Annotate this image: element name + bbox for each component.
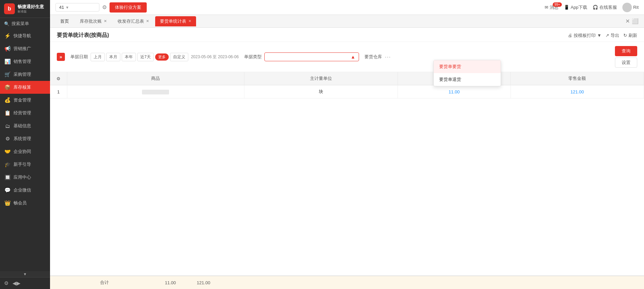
col-retail-amount: 零售金额 [510,72,644,85]
sidebar: b 畅捷通好生意 标准版 🔍 搜索菜单 ⚡ 快捷导航 📢 营销推广 📊 销售管理… [0,0,50,289]
close-all-tabs-icon[interactable]: ✕ [625,18,630,24]
type-filter-select[interactable]: ▲ [264,52,359,61]
date-range-text: 2023-05-06 至 2023-06-06 [191,54,239,60]
collapse-sidebar-icon[interactable]: ◀▶ [13,280,21,286]
sidebar-item-member[interactable]: 👑 畅会员 [0,197,50,209]
table-area: ⚙ 商品 主计量单位 主数量 零售金额 1 块 [50,72,644,275]
inventory-icon: 📦 [4,84,11,90]
sidebar-item-quick-nav[interactable]: ⚡ 快捷导航 [0,29,50,42]
close-inventory-batch-icon[interactable]: ✕ [104,19,107,23]
dropdown-item-order-goods[interactable]: 要货单要货 [434,60,501,73]
date-btn-last-month[interactable]: 上月 [91,53,105,61]
query-set-group: 查询 设置 [615,46,637,68]
user-avatar [622,3,632,12]
print-icon: 🖨 [568,33,572,38]
date-filter-group: 单据日期 上月 本月 本年 近7天 更多 自定义 2023-05-06 至 20… [70,53,239,61]
tab-home[interactable]: 首页 [55,16,74,26]
product-name-placeholder [142,90,169,94]
sidebar-item-guide[interactable]: 🎓 新手引导 [0,158,50,171]
app-download-item[interactable]: 📱 App下载 [564,4,587,10]
tab-order-summary[interactable]: 要货单统计表 ✕ [155,16,196,26]
quick-nav-icon: ⚡ [4,33,11,39]
company-selector[interactable]: 41 ▼ [55,3,99,12]
topbar-settings-icon[interactable]: ⚙ [102,4,107,10]
cell-index: 1 [50,85,67,98]
sidebar-item-operations[interactable]: 📋 经营管理 [0,107,50,119]
print-action[interactable]: 🖨 按模板打印 ▼ [568,32,601,39]
settings-bottom-icon[interactable]: ⚙ [4,280,8,286]
logo-text: 畅捷通好生意 标准版 [18,4,44,14]
cell-main-qty[interactable]: 11.00 [398,85,510,98]
sidebar-item-basic-info[interactable]: 🗂 基础信息 [0,119,50,132]
sidebar-item-system[interactable]: ⚙ 系统管理 [0,132,50,145]
user-avatar-item[interactable]: Rit [622,3,639,12]
main-area: 41 ▼ ⚙ 体验行业方案 ✉ 消息 99+ 📱 App下载 🎧 在线客服 R [50,0,644,289]
query-button[interactable]: 查询 [615,46,637,56]
cell-product [67,85,244,98]
sidebar-item-finance[interactable]: 💰 资金管理 [0,94,50,107]
sidebar-bottom-icons: ⚙ ◀▶ [4,280,21,286]
date-btn-last-7days[interactable]: 近7天 [137,53,154,61]
sidebar-item-sales[interactable]: 📊 销售管理 [0,55,50,68]
date-filter-label: 单据日期 [70,54,88,60]
sidebar-scroll-down[interactable]: ▼ [0,271,50,277]
messages-item[interactable]: ✉ 消息 99+ [545,4,558,10]
filter-toggle-btn[interactable]: » [57,53,65,61]
filter-bar: » 单据日期 上月 本月 本年 近7天 更多 自定义 2023-05-06 至 … [50,42,644,72]
date-btn-this-year[interactable]: 本年 [122,53,136,61]
online-service-item[interactable]: 🎧 在线客服 [593,4,617,10]
sidebar-item-enterprise[interactable]: 🤝 企业协同 [0,145,50,158]
table-footer: 合计 11.00 121.00 [50,275,644,289]
export-icon: ↗ [605,33,609,38]
col-unit: 主计量单位 [244,72,398,85]
sidebar-item-marketing[interactable]: 📢 营销推广 [0,42,50,55]
type-filter-group: 单据类型 ▲ 要货单要货 要货单退货 [244,52,359,61]
sidebar-item-inventory[interactable]: 📦 库存核算 [0,81,50,94]
date-btn-more[interactable]: 更多 [155,53,169,61]
tab-actions: ✕ ⬜ [625,18,639,24]
guide-icon: 🎓 [4,161,11,168]
cell-retail-amount[interactable]: 121.00 [510,85,644,98]
tabbar: 首页 库存批次账 ✕ 收发存汇总表 ✕ 要货单统计表 ✕ ✕ ⬜ [50,15,644,28]
wechat-icon: 💬 [4,187,11,193]
sales-icon: 📊 [4,59,11,65]
member-icon: 👑 [4,200,11,206]
headset-icon: 🎧 [593,5,598,10]
trial-button[interactable]: 体验行业方案 [110,2,147,13]
maximize-icon[interactable]: ⬜ [632,18,639,24]
tab-inventory-batch[interactable]: 库存批次账 ✕ [75,16,112,26]
page-title: 要货单统计表(按商品) [57,32,109,39]
topbar-right: ✉ 消息 99+ 📱 App下载 🎧 在线客服 Rit [545,3,639,12]
table-header-row: ⚙ 商品 主计量单位 主数量 零售金额 [50,72,644,85]
page-header: 要货单统计表(按商品) 🖨 按模板打印 ▼ ↗ 导出 ↻ 刷新 [50,28,644,42]
refresh-icon: ↻ [623,33,627,38]
sidebar-search[interactable]: 🔍 搜索菜单 [0,18,50,29]
dropdown-item-order-return[interactable]: 要货单退货 [434,73,501,86]
search-icon: 🔍 [4,21,9,26]
user-name: Rit [633,5,639,10]
basic-info-icon: 🗂 [4,123,11,129]
page-content: 要货单统计表(按商品) 🖨 按模板打印 ▼ ↗ 导出 ↻ 刷新 » [50,28,644,289]
sidebar-item-wechat[interactable]: 💬 企业微信 [0,184,50,197]
export-action[interactable]: ↗ 导出 [605,32,619,39]
refresh-action[interactable]: ↻ 刷新 [623,32,637,39]
cell-unit: 块 [244,85,398,98]
col-settings[interactable]: ⚙ [50,72,67,85]
date-btn-this-month[interactable]: 本月 [106,53,120,61]
date-btn-custom[interactable]: 自定义 [170,53,188,61]
sidebar-bottom: ⚙ ◀▶ [0,277,50,289]
print-chevron-icon: ▼ [597,33,601,38]
marketing-icon: 📢 [4,46,11,52]
close-order-summary-icon[interactable]: ✕ [188,19,191,23]
set-button[interactable]: 设置 [615,58,637,68]
type-filter-dropdown: 要货单要货 要货单退货 [433,60,501,86]
sidebar-nav: ⚡ 快捷导航 📢 营销推广 📊 销售管理 🛒 采购管理 📦 库存核算 💰 资金管… [0,29,50,271]
sidebar-item-app-center[interactable]: 🔲 应用中心 [0,171,50,184]
warehouse-more-dots[interactable]: ··· [385,53,391,61]
type-filter-label: 单据类型 [244,54,262,60]
tab-receive-summary[interactable]: 收发存汇总表 ✕ [113,16,154,26]
sidebar-item-purchase[interactable]: 🛒 采购管理 [0,68,50,81]
purchase-icon: 🛒 [4,71,11,77]
date-buttons: 上月 本月 本年 近7天 更多 自定义 [91,53,188,61]
close-receive-summary-icon[interactable]: ✕ [146,19,149,23]
